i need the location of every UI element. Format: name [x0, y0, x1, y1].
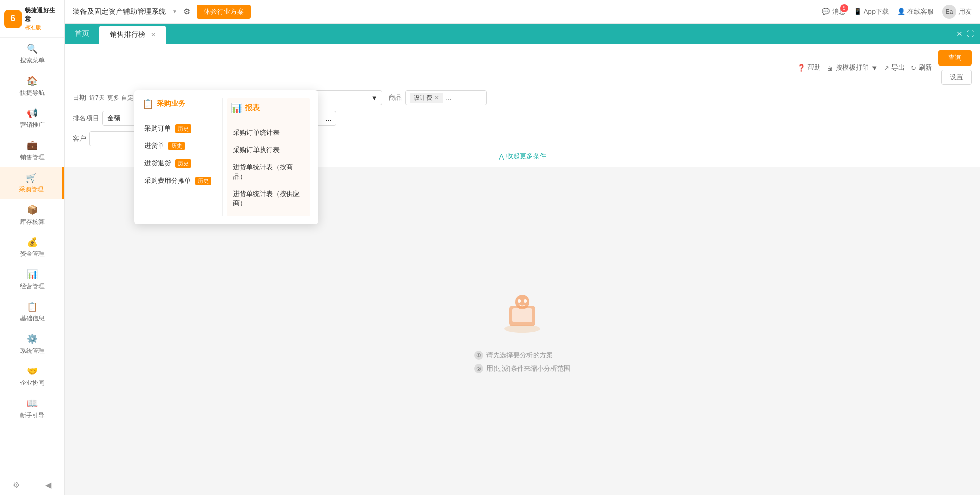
user-avatar: Ea [942, 5, 956, 19]
tab-home[interactable]: 首页 [65, 24, 99, 44]
history-badge-0: 历史 [175, 124, 191, 133]
close-window-icon[interactable]: ✕ [956, 30, 963, 38]
column-divider [222, 98, 223, 216]
dropdown-item-purchase-order[interactable]: 采购订单 历史 [142, 120, 218, 137]
maximize-icon[interactable]: ⛶ [967, 30, 974, 38]
sidebar-label-inventory: 库存核算 [20, 218, 45, 226]
message-action[interactable]: 💬 消息 9 [822, 7, 845, 16]
user-abbr: Ea [946, 8, 953, 15]
topbar-settings-icon[interactable]: ⚙ [183, 7, 190, 16]
sidebar-item-navigation[interactable]: 🏠 快捷导航 [0, 70, 64, 102]
dropdown-item-receipt-stat-goods[interactable]: 进货单统计表（按商品） [231, 159, 307, 185]
finance-icon: 💰 [27, 236, 38, 248]
report-col-title: 报表 [245, 103, 260, 113]
help-icon: ❓ [797, 64, 805, 72]
purchase-col-header: 📋 采购业务 [142, 98, 218, 114]
user-label: 用友 [958, 7, 972, 16]
bill-status-arrow: ▼ [371, 94, 378, 102]
purchase-column: 📋 采购业务 采购订单 历史 进货单 历史 进货退货 [142, 98, 218, 216]
rank-value: 金额 [107, 114, 120, 123]
cooperation-icon: 🤝 [27, 365, 38, 377]
sidebar-item-finance[interactable]: 💰 资金管理 [0, 231, 64, 264]
sidebar-collapse-btn[interactable]: ◀ [45, 480, 51, 490]
dropdown-item-purchase-receipt[interactable]: 进货单 历史 [142, 137, 218, 155]
system-title: 装备及固定资产辅助管理系统 [73, 7, 166, 16]
empty-text: ① 请先选择要分析的方案 ② 用[过滤]条件来缩小分析范围 [474, 349, 570, 375]
query-button[interactable]: 查询 [938, 50, 972, 66]
operation-icon: 📊 [27, 269, 38, 280]
collapse-arrow-icon: ⋀ [499, 153, 504, 160]
sidebar-label-sales: 销售管理 [20, 153, 45, 162]
tab-maximize-area: ✕ ⛶ [956, 30, 980, 38]
dropdown-item-purchase-expense[interactable]: 采购费用分摊单 历史 [142, 172, 218, 189]
app-download-action[interactable]: 📱 App下载 [854, 7, 889, 16]
industry-btn[interactable]: 体验行业方案 [197, 5, 251, 19]
sidebar-item-purchase[interactable]: 🛒 采购管理 [0, 167, 64, 199]
goods-label: 商品 [389, 93, 402, 102]
sidebar-item-sales[interactable]: 💼 销售管理 [0, 135, 64, 167]
sidebar-label-beginner: 新手引导 [20, 411, 45, 420]
tab-close-icon[interactable]: ✕ [151, 31, 156, 38]
sidebar-label-cooperation: 企业协同 [20, 379, 45, 388]
refresh-icon: ↻ [911, 64, 917, 72]
tabbar: 首页 销售排行榜 ✕ ✕ ⛶ [65, 24, 980, 44]
empty-step-2: ② 用[过滤]条件来缩小分析范围 [474, 362, 570, 375]
sidebar-item-search[interactable]: 🔍 搜索菜单 [0, 38, 64, 70]
refresh-btn[interactable]: ↻ 刷新 [911, 50, 932, 85]
dropdown-columns: 📋 采购业务 采购订单 历史 进货单 历史 进货退货 [142, 98, 310, 216]
date-quick-more[interactable]: 更多 [107, 94, 119, 102]
date-quick-7days[interactable]: 近7天 [89, 94, 105, 102]
sidebar-item-operation[interactable]: 📊 经营管理 [0, 264, 64, 296]
logo-title: 畅捷通好生意 [25, 6, 60, 24]
history-badge-2: 历史 [175, 159, 191, 168]
goods-more-icon: … [445, 94, 452, 101]
goods-tag-close[interactable]: ✕ [434, 94, 439, 101]
tab-sales-rank[interactable]: 销售排行榜 ✕ [99, 26, 166, 44]
goods-tag: 设计费 ✕ [410, 93, 443, 103]
sidebar-item-beginner[interactable]: 📖 新手引导 [0, 393, 64, 425]
print-btn[interactable]: 🖨 按模板打印 ▼ [827, 50, 878, 85]
dropdown-item-purchase-order-stat[interactable]: 采购订单统计表 [231, 124, 307, 141]
dropdown-arrow-icon: ▼ [172, 9, 177, 14]
topbar: 装备及固定资产辅助管理系统 ▼ ⚙ 体验行业方案 💬 消息 9 📱 App下载 … [65, 0, 980, 24]
inventory-icon: 📦 [27, 204, 38, 216]
sidebar-label-system: 系统管理 [20, 347, 45, 355]
purchase-col-icon: 📋 [142, 98, 154, 110]
sidebar-settings-btn[interactable]: ⚙ [13, 480, 20, 490]
sidebar-item-cooperation[interactable]: 🤝 企业协同 [0, 360, 64, 393]
logo-text: 畅捷通好生意 标准版 [25, 6, 60, 31]
online-service-label: 在线客服 [907, 7, 934, 16]
sidebar-nav: 🔍 搜索菜单 🏠 快捷导航 📢 营销推广 💼 销售管理 🛒 采购管理 📦 [0, 38, 64, 475]
user-action[interactable]: Ea 用友 [942, 5, 972, 19]
help-btn[interactable]: ❓ 帮助 [797, 50, 821, 85]
sidebar-item-system[interactable]: ⚙️ 系统管理 [0, 328, 64, 360]
sidebar-label-marketing: 营销推广 [20, 121, 45, 130]
logo-area: 6 畅捷通好生意 标准版 [0, 0, 64, 38]
online-service-action[interactable]: 👤 在线客服 [897, 7, 934, 16]
dropdown-item-purchase-order-exec[interactable]: 采购订单执行表 [231, 141, 307, 159]
report-col-icon: 📊 [231, 102, 242, 114]
sidebar-item-basic-info[interactable]: 📋 基础信息 [0, 296, 64, 328]
sidebar-item-marketing[interactable]: 📢 营销推广 [0, 102, 64, 135]
dropdown-item-receipt-stat-supplier[interactable]: 进货单统计表（按供应商） [231, 185, 307, 212]
dropdown-item-purchase-return[interactable]: 进货退货 历史 [142, 155, 218, 172]
dropdown-menu: 📋 采购业务 采购订单 历史 进货单 历史 进货退货 [134, 90, 318, 224]
home-icon: 🏠 [27, 75, 38, 87]
settings-button[interactable]: 设置 [941, 70, 972, 85]
logo-subtitle: 标准版 [25, 24, 60, 31]
marketing-icon: 📢 [27, 107, 38, 119]
message-badge: 9 [840, 4, 848, 12]
goods-field: 商品 设计费 ✕ … [389, 90, 487, 105]
system-dropdown[interactable]: ▼ [172, 9, 177, 14]
history-badge-1: 历史 [168, 142, 185, 150]
sidebar: 6 畅捷通好生意 标准版 🔍 搜索菜单 🏠 快捷导航 📢 营销推广 💼 销售管理 [0, 0, 65, 495]
sidebar-label-purchase: 采购管理 [19, 185, 44, 194]
sales-icon: 💼 [27, 140, 38, 151]
purchase-icon: 🛒 [26, 172, 37, 183]
empty-illustration [497, 288, 548, 340]
export-btn[interactable]: ↗ 导出 [884, 50, 905, 85]
rank-label: 排名项目 [73, 114, 99, 123]
content-area: ❓ 帮助 🖨 按模板打印 ▼ ↗ 导出 ↻ 刷新 [65, 44, 980, 495]
sidebar-item-inventory[interactable]: 📦 库存核算 [0, 199, 64, 231]
date-label: 日期 [73, 93, 86, 102]
